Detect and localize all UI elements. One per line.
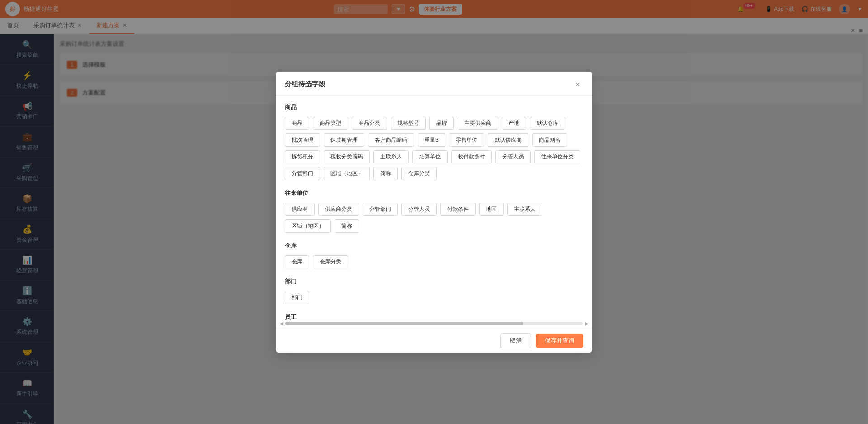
cancel-button[interactable]: 取消 <box>500 333 531 348</box>
department-fields: 部门 <box>285 291 583 304</box>
partner-fields: 供应商供应商分类分管部门分管人员付款条件地区主联系人区域（地区）简称 <box>285 203 583 233</box>
product-fields: 商品商品类型商品分类规格型号品牌主要供应商产地默认仓库批次管理保质期管理客户商品… <box>285 117 583 180</box>
section-employee: 员工 业务员 <box>285 313 583 320</box>
field-tag-区域（地区）[interactable]: 区域（地区） <box>324 167 370 180</box>
field-tag-付款条件[interactable]: 付款条件 <box>440 203 476 216</box>
field-tag-部门[interactable]: 部门 <box>285 291 309 304</box>
section-product-title: 商品 <box>285 103 583 111</box>
field-tag-拣货积分[interactable]: 拣货积分 <box>285 150 320 163</box>
field-tag-税收分类编码[interactable]: 税收分类编码 <box>324 150 370 163</box>
field-tag-简称[interactable]: 简称 <box>373 167 398 180</box>
field-tag-分管部门[interactable]: 分管部门 <box>363 203 398 216</box>
horizontal-scrollbar[interactable] <box>285 322 583 325</box>
field-tag-规格型号[interactable]: 规格型号 <box>391 117 426 130</box>
section-product: 商品 商品商品类型商品分类规格型号品牌主要供应商产地默认仓库批次管理保质期管理客… <box>285 103 583 180</box>
modal-body: 商品 商品商品类型商品分类规格型号品牌主要供应商产地默认仓库批次管理保质期管理客… <box>276 96 592 320</box>
section-department: 部门 部门 <box>285 277 583 304</box>
section-partner-title: 往来单位 <box>285 189 583 197</box>
field-tag-分管人员[interactable]: 分管人员 <box>401 203 437 216</box>
field-tag-区域（地区）[interactable]: 区域（地区） <box>285 219 331 233</box>
modal-title: 分组待选字段 <box>285 80 326 89</box>
section-partner: 往来单位 供应商供应商分类分管部门分管人员付款条件地区主联系人区域（地区）简称 <box>285 189 583 233</box>
field-tag-仓库分类[interactable]: 仓库分类 <box>313 255 348 268</box>
field-tag-客户商品编码[interactable]: 客户商品编码 <box>368 133 414 147</box>
field-tag-分管人员[interactable]: 分管人员 <box>495 150 531 163</box>
field-tag-主要供应商[interactable]: 主要供应商 <box>458 117 498 130</box>
field-tag-零售单位[interactable]: 零售单位 <box>449 133 484 147</box>
section-employee-title: 员工 <box>285 313 583 320</box>
section-warehouse-title: 仓库 <box>285 242 583 250</box>
field-tag-主联系人[interactable]: 主联系人 <box>373 150 409 163</box>
warehouse-fields: 仓库仓库分类 <box>285 255 583 268</box>
section-department-title: 部门 <box>285 277 583 286</box>
field-tag-商品别名[interactable]: 商品别名 <box>532 133 567 147</box>
field-tag-主联系人[interactable]: 主联系人 <box>507 203 542 216</box>
field-tag-重量3[interactable]: 重量3 <box>418 133 445 147</box>
field-tag-结算单位[interactable]: 结算单位 <box>412 150 448 163</box>
modal: 分组待选字段 × 商品 商品商品类型商品分类规格型号品牌主要供应商产地默认仓库批… <box>276 72 592 353</box>
field-tag-仓库[interactable]: 仓库 <box>285 255 309 268</box>
field-tag-往来单位分类[interactable]: 往来单位分类 <box>534 150 580 163</box>
modal-header: 分组待选字段 × <box>276 72 592 96</box>
confirm-button[interactable]: 保存并查询 <box>536 334 583 348</box>
field-tag-保质期管理[interactable]: 保质期管理 <box>324 133 364 147</box>
modal-footer: 取消 保存并查询 <box>276 329 592 353</box>
field-tag-供应商分类[interactable]: 供应商分类 <box>318 203 359 216</box>
field-tag-商品[interactable]: 商品 <box>285 117 309 130</box>
field-tag-品牌[interactable]: 品牌 <box>429 117 454 130</box>
hscroll-left-arrow[interactable]: ◀ <box>279 320 283 327</box>
field-tag-收付款条件[interactable]: 收付款条件 <box>451 150 492 163</box>
field-tag-默认仓库[interactable]: 默认仓库 <box>530 117 565 130</box>
field-tag-供应商[interactable]: 供应商 <box>285 203 315 216</box>
field-tag-产地[interactable]: 产地 <box>502 117 526 130</box>
field-tag-商品分类[interactable]: 商品分类 <box>352 117 387 130</box>
field-tag-批次管理[interactable]: 批次管理 <box>285 133 320 147</box>
modal-hscroll-area: ◀ ▶ <box>276 320 592 329</box>
field-tag-分管部门[interactable]: 分管部门 <box>285 167 320 180</box>
field-tag-仓库分类[interactable]: 仓库分类 <box>401 167 437 180</box>
field-tag-商品类型[interactable]: 商品类型 <box>313 117 348 130</box>
hscroll-thumb <box>285 322 523 325</box>
field-tag-简称[interactable]: 简称 <box>335 219 359 233</box>
field-tag-默认供应商[interactable]: 默认供应商 <box>488 133 528 147</box>
field-tag-地区[interactable]: 地区 <box>479 203 504 216</box>
modal-overlay: 分组待选字段 × 商品 商品商品类型商品分类规格型号品牌主要供应商产地默认仓库批… <box>0 0 868 424</box>
hscroll-right-arrow[interactable]: ▶ <box>585 320 589 327</box>
modal-close-button[interactable]: × <box>572 79 583 90</box>
section-warehouse: 仓库 仓库仓库分类 <box>285 242 583 268</box>
